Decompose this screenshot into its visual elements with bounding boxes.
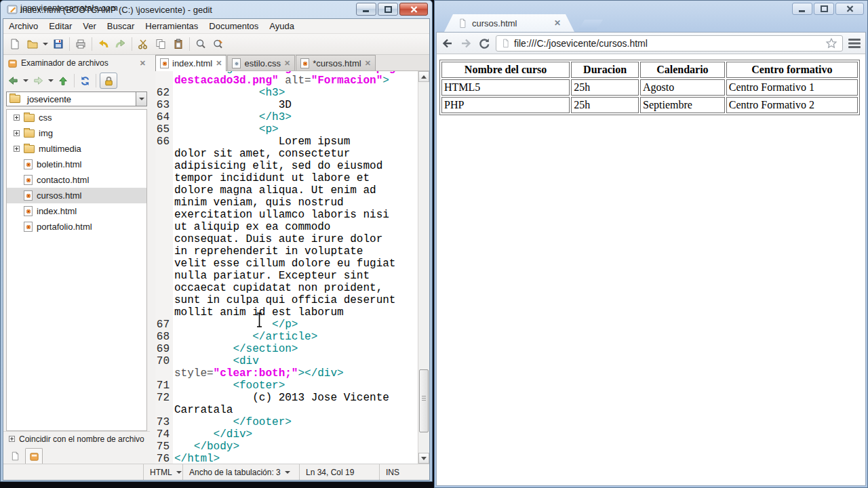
menu-ayuda[interactable]: Ayuda	[264, 19, 300, 34]
reload-button[interactable]	[477, 37, 491, 50]
code-line: 74 </div>	[155, 428, 418, 441]
expander-icon[interactable]	[9, 436, 15, 442]
tree-item-index.html[interactable]: index.html	[7, 203, 146, 219]
code-area[interactable]: <img src="img/destacado3d.png"destacado3…	[155, 71, 418, 464]
close-tab-icon[interactable]: ✕	[284, 59, 290, 68]
documents-panel-tab[interactable]	[6, 448, 24, 464]
gedit-titlebar[interactable]: josevicentecarratala.com index.html (BOO…	[3, 1, 430, 18]
bookmark-star-icon[interactable]	[825, 37, 837, 49]
line-number	[155, 172, 173, 184]
current-folder-label: josevicente	[24, 94, 136, 104]
code-line: destacado3d.png" alt="Formacion">	[155, 75, 418, 87]
address-bar[interactable]: file:///C:/josevicente/cursos.html	[496, 35, 843, 52]
table-cell: Centro Formativo 2	[726, 97, 858, 113]
line-number	[155, 75, 173, 87]
code-line: 64 </h3>	[155, 111, 418, 123]
tab-width-selector[interactable]: Ancho de la tabulación: 3	[182, 464, 299, 480]
open-file-button[interactable]	[24, 35, 41, 53]
undo-button[interactable]	[94, 35, 112, 53]
menu-herramientas[interactable]: Herramientas	[140, 19, 203, 34]
gedit-minimize-button[interactable]	[356, 3, 376, 16]
menu-buscar[interactable]: Buscar	[102, 19, 140, 34]
table-header-row: Nombre del cursoDuracionCalendarioCentro…	[441, 62, 858, 78]
tree-item-multimedia[interactable]: multimedia	[7, 141, 146, 157]
expander-icon[interactable]	[14, 146, 20, 152]
open-file-dropdown[interactable]	[41, 35, 50, 53]
search-replace-button[interactable]	[210, 35, 227, 53]
tree-item-cursos.html[interactable]: cursos.html	[7, 188, 146, 203]
fb-lock-button[interactable]	[100, 73, 117, 89]
menu-bar: ArchivoEditarVerBuscarHerramientasDocume…	[3, 19, 429, 34]
tab-index.html[interactable]: index.html✕	[155, 55, 226, 71]
close-panel-icon[interactable]: ✕	[140, 59, 146, 68]
code-text: </div>	[173, 428, 252, 441]
chrome-titlebar[interactable]: cursos.html ✕	[436, 1, 866, 32]
gedit-maximize-button[interactable]	[378, 3, 398, 16]
line-number	[155, 209, 173, 221]
menu-editar[interactable]: Editar	[43, 19, 77, 34]
tab-cursos.html[interactable]: *cursos.html✕	[296, 55, 376, 70]
fb-back-button[interactable]	[6, 73, 20, 88]
language-mode-selector[interactable]: HTML	[143, 464, 182, 480]
line-number: 64	[155, 111, 173, 123]
new-tab-button[interactable]	[578, 20, 603, 30]
file-browser-panel-tab[interactable]	[25, 448, 43, 464]
menu-documentos[interactable]: Documentos	[203, 19, 264, 34]
line-number: 68	[155, 331, 173, 343]
browser-tab[interactable]: cursos.html ✕	[444, 14, 574, 32]
tree-item-portafolio.html[interactable]: portafolio.html	[7, 219, 146, 235]
location-dropdown-button[interactable]	[136, 92, 146, 106]
close-tab-icon[interactable]: ✕	[554, 18, 561, 28]
tree-item-label: img	[39, 128, 53, 138]
fb-up-button[interactable]	[56, 73, 71, 88]
tree-item-contacto.html[interactable]: contacto.html	[7, 172, 146, 188]
redo-button[interactable]	[112, 35, 130, 53]
close-tab-icon[interactable]: ✕	[216, 59, 222, 68]
tree-item-img[interactable]: img	[7, 125, 146, 141]
line-number	[155, 233, 173, 245]
menu-hamburger-icon[interactable]	[848, 38, 861, 49]
fb-forward-dropdown[interactable]	[47, 73, 55, 88]
page-icon	[458, 18, 467, 28]
location-combobox[interactable]: josevicente	[6, 92, 147, 106]
chrome-close-button[interactable]	[835, 3, 864, 15]
fb-back-dropdown[interactable]	[22, 73, 30, 88]
code-line: nulla pariatur. Excepteur sint	[155, 270, 418, 282]
tab-estilo.css[interactable]: estilo.css✕	[227, 55, 295, 70]
tree-item-boletin.html[interactable]: boletin.html	[7, 157, 146, 172]
cut-button[interactable]	[134, 35, 152, 53]
editor-scrollbar[interactable]	[418, 71, 429, 464]
scroll-up-button[interactable]	[418, 71, 429, 82]
back-button[interactable]	[441, 37, 454, 50]
code-line: velit esse cillum dolore eu fugiat	[155, 258, 418, 270]
expander-icon[interactable]	[14, 115, 20, 121]
expander-icon[interactable]	[14, 130, 20, 136]
fb-refresh-button[interactable]	[78, 73, 92, 88]
code-line: dolor sit amet, consectetur	[155, 148, 418, 160]
tree-item-css[interactable]: css	[7, 110, 146, 125]
fb-forward-button[interactable]	[31, 73, 45, 88]
close-tab-icon[interactable]: ✕	[365, 59, 371, 68]
code-line: 68 </article>	[155, 331, 418, 343]
paste-button[interactable]	[170, 35, 187, 53]
chevron-down-icon	[48, 79, 54, 82]
search-button[interactable]	[192, 35, 210, 53]
forward-button[interactable]	[459, 37, 473, 50]
toolbar-separator	[132, 37, 132, 51]
line-number	[155, 367, 173, 380]
chrome-maximize-button[interactable]	[814, 3, 834, 15]
menu-archivo[interactable]: Archivo	[3, 19, 43, 34]
gedit-close-button[interactable]	[399, 3, 428, 16]
panel-splitter[interactable]	[150, 55, 155, 464]
scroll-down-button[interactable]	[418, 453, 429, 464]
menu-ver[interactable]: Ver	[77, 19, 102, 34]
close-icon	[410, 6, 418, 13]
copy-button[interactable]	[152, 35, 170, 53]
scrollbar-thumb[interactable]	[419, 369, 429, 432]
save-button[interactable]	[50, 35, 67, 53]
print-button[interactable]	[72, 35, 90, 53]
table-header-cell: Duracion	[571, 62, 639, 78]
chrome-minimize-button[interactable]	[792, 3, 812, 15]
new-document-button[interactable]	[6, 35, 24, 53]
code-text: sunt in culpa qui officia deserunt	[173, 294, 395, 306]
